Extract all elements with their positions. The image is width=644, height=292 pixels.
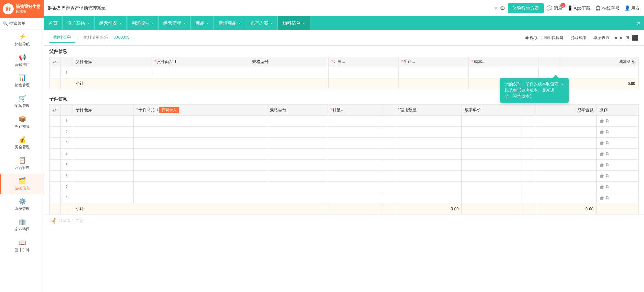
app-download-btn[interactable]: 📱 App下载 bbox=[567, 5, 591, 11]
child-row3-qty[interactable] bbox=[327, 138, 381, 149]
child-row2-req-qty[interactable] bbox=[395, 127, 462, 138]
child-row4-spec[interactable] bbox=[267, 149, 327, 160]
tab-ops-history[interactable]: 经营历程× bbox=[159, 16, 190, 30]
child-row4-goods[interactable] bbox=[133, 149, 267, 160]
child-row5-actions[interactable]: 🗑⧉ bbox=[596, 160, 638, 171]
child-row4-req-qty[interactable] bbox=[395, 149, 462, 160]
child-row7-qty[interactable] bbox=[327, 182, 381, 192]
child-row7-req-qty[interactable] bbox=[395, 182, 462, 192]
parent-col-settings[interactable]: ⚙ bbox=[50, 57, 61, 67]
child-row3-spec[interactable] bbox=[267, 138, 327, 149]
child-row8-actions[interactable]: 🗑⧉ bbox=[596, 192, 638, 203]
delete-icon[interactable]: 🗑 bbox=[599, 173, 604, 179]
child-row4-qty[interactable] bbox=[327, 149, 381, 160]
trial-button[interactable]: 体验行业方案 bbox=[508, 3, 544, 13]
shortcut-btn[interactable]: ⌨ 快捷键 bbox=[544, 35, 564, 41]
menu-grid-btn[interactable]: ⊞ bbox=[626, 35, 629, 40]
child-row8-spec[interactable] bbox=[267, 192, 327, 203]
delete-icon[interactable]: 🗑 bbox=[599, 162, 604, 168]
child-row6-req-qty[interactable] bbox=[395, 171, 462, 182]
online-service-btn[interactable]: 🎧 在线客服 bbox=[595, 5, 620, 11]
message-wrapper[interactable]: 💬 6 消息 bbox=[547, 5, 562, 11]
tooltip-close-btn[interactable]: × bbox=[561, 81, 564, 88]
search-menu-item[interactable]: 🔍 搜索菜单 bbox=[0, 18, 44, 30]
child-row7-goods[interactable] bbox=[133, 182, 267, 192]
child-row3-goods[interactable] bbox=[133, 138, 267, 149]
sidebar-item-guide[interactable]: 📖 新手引导 bbox=[0, 235, 44, 256]
close-all-tabs-btn[interactable]: × bbox=[633, 20, 644, 27]
child-row6-spec[interactable] bbox=[267, 171, 327, 182]
sidebar-item-inventory[interactable]: 📦 库存核算 bbox=[0, 112, 44, 132]
delete-icon[interactable]: 🗑 bbox=[599, 195, 604, 201]
child-row7-actions[interactable]: 🗑⧉ bbox=[596, 182, 638, 192]
tab-profit[interactable]: 利润报告× bbox=[127, 16, 159, 30]
dropdown-arrow-icon[interactable]: ▾ bbox=[494, 4, 497, 12]
child-row1-qty[interactable] bbox=[327, 116, 381, 127]
settings-icon[interactable]: ⚙ bbox=[500, 5, 505, 11]
child-row6-warehouse[interactable] bbox=[73, 171, 134, 182]
tab-customer[interactable]: 客户联络× bbox=[63, 16, 95, 30]
tab-barcode[interactable]: 条码方案× bbox=[246, 16, 278, 30]
child-row8-goods[interactable] bbox=[133, 192, 267, 203]
single-settings-btn[interactable]: 单据设置 bbox=[593, 35, 610, 41]
child-col-settings[interactable]: ⚙ bbox=[50, 105, 61, 116]
scan-input-btn[interactable]: 扫码录入 bbox=[159, 107, 179, 113]
parent-row1-cost[interactable] bbox=[469, 67, 539, 78]
child-row3-unit-cost[interactable] bbox=[462, 138, 522, 149]
sidebar-item-operations[interactable]: 📋 经营管理 bbox=[0, 153, 44, 174]
parent-row1-qty[interactable] bbox=[328, 67, 398, 78]
delete-icon[interactable]: 🗑 bbox=[599, 129, 604, 135]
sidebar-item-marketing[interactable]: 📢 营销推广 bbox=[0, 50, 44, 71]
child-row1-actions[interactable]: 🗑⧉ bbox=[596, 116, 638, 127]
child-row2-actions[interactable]: 🗑⧉ bbox=[596, 127, 638, 138]
child-row4-warehouse[interactable] bbox=[73, 149, 134, 160]
copy-icon[interactable]: ⧉ bbox=[606, 118, 609, 124]
sidebar-item-enterprise[interactable]: 🏢 企业协同 bbox=[0, 215, 44, 235]
copy-icon[interactable]: ⧉ bbox=[606, 140, 609, 146]
child-row5-req-qty[interactable] bbox=[395, 160, 462, 171]
child-row5-unit-cost[interactable] bbox=[462, 160, 522, 171]
view-btn[interactable]: ◉ 视频 bbox=[525, 35, 538, 41]
sidebar-item-purchase[interactable]: 🛒 采购管理 bbox=[0, 91, 44, 112]
child-row8-warehouse[interactable] bbox=[73, 192, 134, 203]
child-row6-goods[interactable] bbox=[133, 171, 267, 182]
parent-row1-spec[interactable] bbox=[249, 67, 328, 78]
tab-ops-status[interactable]: 经营情况× bbox=[95, 16, 126, 30]
child-row2-qty[interactable] bbox=[327, 127, 381, 138]
child-row3-actions[interactable]: 🗑⧉ bbox=[596, 138, 638, 149]
copy-icon[interactable]: ⧉ bbox=[606, 173, 609, 179]
child-row5-qty[interactable] bbox=[327, 160, 381, 171]
child-row4-actions[interactable]: 🗑⧉ bbox=[596, 149, 638, 160]
child-row2-unit-cost[interactable] bbox=[462, 127, 522, 138]
sidebar-item-sales[interactable]: 📊 销售管理 bbox=[0, 71, 44, 91]
child-row1-warehouse[interactable] bbox=[73, 116, 134, 127]
copy-icon[interactable]: ⧉ bbox=[606, 184, 609, 190]
tab-goods[interactable]: 商品× bbox=[191, 16, 214, 30]
delete-icon[interactable]: 🗑 bbox=[599, 140, 604, 146]
child-row7-unit-cost[interactable] bbox=[462, 182, 522, 192]
child-row7-warehouse[interactable] bbox=[73, 182, 134, 192]
parent-row1-goods[interactable] bbox=[152, 67, 249, 78]
child-row1-req-qty[interactable] bbox=[395, 116, 462, 127]
child-row1-unit-cost[interactable] bbox=[462, 116, 522, 127]
user-avatar[interactable]: 👤 用友 bbox=[624, 5, 640, 11]
copy-icon[interactable]: ⧉ bbox=[606, 129, 609, 135]
delete-icon[interactable]: 🗑 bbox=[599, 151, 604, 157]
sub-tab-bom-list[interactable]: 物料清单 bbox=[49, 33, 75, 43]
copy-icon[interactable]: ⧉ bbox=[606, 162, 609, 168]
child-row8-req-qty[interactable] bbox=[395, 192, 462, 203]
parent-row1-production[interactable] bbox=[398, 67, 469, 78]
delete-icon[interactable]: 🗑 bbox=[599, 118, 604, 124]
tab-home[interactable]: 首页 bbox=[44, 16, 63, 30]
sidebar-item-system[interactable]: ⚙️ 系统管理 bbox=[0, 194, 44, 215]
child-row1-spec[interactable] bbox=[267, 116, 327, 127]
child-row4-unit-cost[interactable] bbox=[462, 149, 522, 160]
child-row7-spec[interactable] bbox=[267, 182, 327, 192]
tab-new-goods[interactable]: 新增商品× bbox=[214, 16, 246, 30]
child-row2-spec[interactable] bbox=[267, 127, 327, 138]
expand-btn[interactable]: ⬛ bbox=[632, 35, 639, 41]
delete-icon[interactable]: 🗑 bbox=[599, 184, 604, 190]
child-row8-unit-cost[interactable] bbox=[462, 192, 522, 203]
tab-bom[interactable]: 物料清单× bbox=[278, 16, 310, 30]
sidebar-item-quick-nav[interactable]: ⚡ 快捷导航 bbox=[0, 30, 44, 50]
